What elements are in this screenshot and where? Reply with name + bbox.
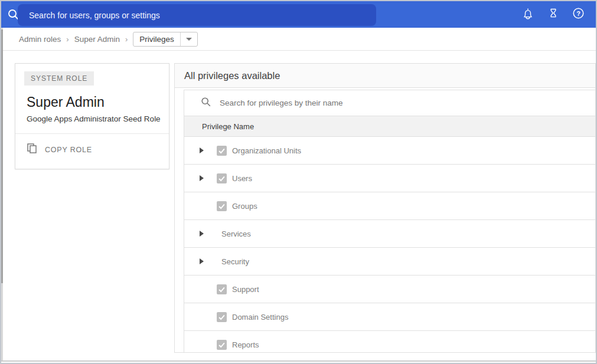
help-button[interactable]: ?	[566, 1, 591, 28]
tasks-button[interactable]	[540, 1, 566, 28]
copy-icon	[27, 143, 37, 156]
privileges-dropdown-label: Privileges	[139, 35, 174, 44]
privilege-checkbox[interactable]	[217, 146, 227, 156]
copy-role-button[interactable]: COPY ROLE	[15, 134, 169, 165]
privilege-checkbox[interactable]	[217, 284, 227, 294]
privilege-row: Users	[184, 165, 595, 192]
expand-arrow-icon[interactable]	[200, 147, 208, 153]
privilege-label: Groups	[232, 202, 257, 211]
help-icon: ?	[572, 6, 585, 22]
privilege-label: Support	[232, 285, 259, 294]
privilege-label: Services	[221, 229, 251, 238]
copy-role-label: COPY ROLE	[45, 146, 92, 154]
breadcrumb-admin-roles[interactable]: Admin roles	[19, 35, 61, 44]
privilege-label: Users	[232, 174, 252, 183]
privileges-search-input[interactable]	[220, 99, 595, 107]
privilege-label: Security	[221, 257, 249, 266]
global-search-input[interactable]	[18, 4, 376, 26]
bell-icon	[521, 7, 534, 22]
search-icon	[201, 97, 211, 110]
privileges-panel: All privileges available Privilege Name …	[174, 63, 596, 353]
hourglass-icon	[547, 7, 560, 22]
privilege-row: Services	[184, 220, 595, 248]
privilege-checkbox[interactable]	[217, 340, 227, 350]
breadcrumb-super-admin[interactable]: Super Admin	[74, 35, 120, 44]
privileges-table: Privilege Name Organizational Units User…	[184, 90, 595, 353]
privilege-label: Reports	[232, 340, 259, 349]
expand-arrow-icon[interactable]	[200, 258, 208, 264]
svg-text:?: ?	[576, 10, 580, 17]
role-subtitle: Google Apps Administrator Seed Role	[27, 114, 169, 123]
privilege-checkbox[interactable]	[217, 312, 227, 322]
chevron-down-icon	[181, 38, 197, 41]
privileges-search-row	[184, 90, 595, 116]
privilege-row: Organizational Units	[184, 137, 595, 165]
admin-console-window: ? Admin roles › Super Admin › Privileges…	[0, 0, 597, 364]
left-scrollbar-thumb[interactable]	[1, 29, 3, 283]
privilege-row: Domain Settings	[184, 303, 595, 331]
privilege-checkbox[interactable]	[217, 201, 227, 211]
privilege-row: Groups	[184, 192, 595, 220]
role-title: Super Admin	[27, 94, 169, 110]
expand-arrow-icon[interactable]	[200, 175, 208, 181]
privileges-dropdown[interactable]: Privileges	[133, 32, 198, 47]
system-role-badge: SYSTEM ROLE	[24, 71, 94, 86]
role-card: SYSTEM ROLE Super Admin Google Apps Admi…	[15, 63, 169, 169]
breadcrumb: Admin roles › Super Admin › Privileges	[1, 28, 596, 51]
privilege-row: Reports	[184, 331, 595, 353]
notifications-button[interactable]	[515, 1, 540, 28]
app-bar: ?	[1, 1, 596, 28]
privilege-checkbox[interactable]	[217, 173, 227, 183]
breadcrumb-separator: ›	[125, 35, 128, 44]
privilege-label: Organizational Units	[232, 146, 301, 155]
breadcrumb-separator: ›	[66, 35, 68, 44]
privileges-panel-title: All privileges available	[175, 64, 595, 88]
expand-arrow-icon[interactable]	[200, 231, 208, 237]
privilege-row: Security	[184, 248, 595, 276]
privilege-row: Support	[184, 276, 595, 303]
appbar-actions: ?	[515, 1, 591, 28]
privilege-label: Domain Settings	[232, 313, 288, 322]
window-bottom-edge	[1, 360, 596, 362]
column-header-privilege-name: Privilege Name	[184, 116, 595, 137]
